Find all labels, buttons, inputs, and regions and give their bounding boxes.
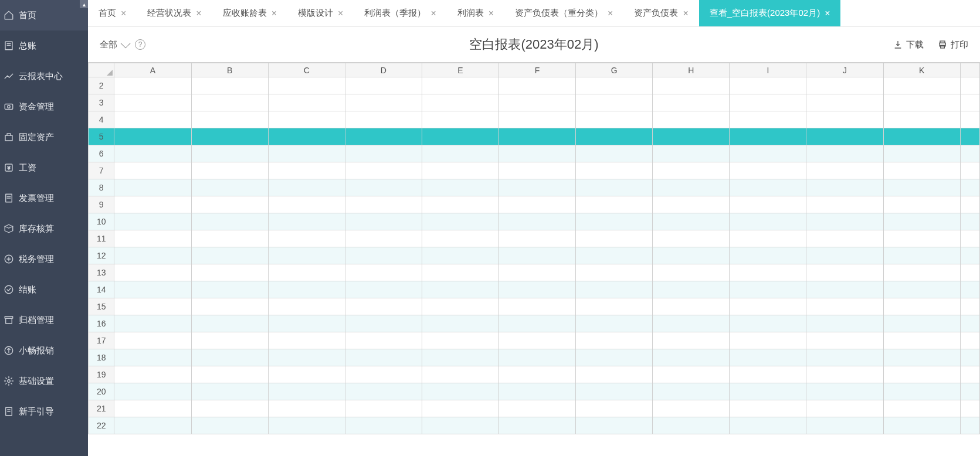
cell[interactable] <box>345 128 422 145</box>
cell[interactable] <box>806 162 883 179</box>
cell[interactable] <box>576 332 653 349</box>
cell[interactable] <box>806 145 883 162</box>
cell[interactable] <box>422 332 499 349</box>
cell[interactable] <box>960 128 979 145</box>
cell[interactable] <box>499 247 575 264</box>
column-header-A[interactable]: A <box>114 63 191 77</box>
cell[interactable] <box>960 383 979 400</box>
sidebar-item-home[interactable]: 首页 <box>0 0 88 30</box>
cell[interactable] <box>114 264 191 281</box>
cell[interactable] <box>191 298 268 315</box>
cell[interactable] <box>806 383 883 400</box>
tab-4[interactable]: 利润表（季报）× <box>354 0 446 26</box>
close-icon[interactable]: × <box>272 8 277 19</box>
cell[interactable] <box>883 315 960 332</box>
cell[interactable] <box>499 400 575 417</box>
cell[interactable] <box>114 349 191 366</box>
cell[interactable] <box>422 213 499 230</box>
cell[interactable] <box>422 230 499 247</box>
row-header-5[interactable]: 5 <box>89 128 114 145</box>
cell[interactable] <box>422 128 499 145</box>
cell[interactable] <box>806 366 883 383</box>
cell[interactable] <box>345 298 422 315</box>
cell[interactable] <box>345 94 422 111</box>
cell[interactable] <box>345 230 422 247</box>
cell[interactable] <box>730 145 806 162</box>
cell[interactable] <box>114 128 191 145</box>
cell[interactable] <box>345 281 422 298</box>
cell[interactable] <box>499 145 575 162</box>
cell[interactable] <box>883 332 960 349</box>
row-header-9[interactable]: 9 <box>89 196 114 213</box>
column-header-I[interactable]: I <box>730 63 806 77</box>
cell[interactable] <box>730 383 806 400</box>
cell[interactable] <box>730 315 806 332</box>
cell[interactable] <box>730 128 806 145</box>
cell[interactable] <box>576 230 653 247</box>
cell[interactable] <box>191 179 268 196</box>
cell[interactable] <box>499 196 575 213</box>
cell[interactable] <box>806 349 883 366</box>
sidebar-item-tax[interactable]: 税务管理 <box>0 244 88 274</box>
cell[interactable] <box>422 349 499 366</box>
close-icon[interactable]: × <box>683 8 688 19</box>
cell[interactable] <box>730 77 806 94</box>
cell[interactable] <box>191 128 268 145</box>
cell[interactable] <box>960 196 979 213</box>
cell[interactable] <box>114 315 191 332</box>
row-header-22[interactable]: 22 <box>89 417 114 434</box>
cell[interactable] <box>422 179 499 196</box>
cell[interactable] <box>499 162 575 179</box>
cell[interactable] <box>268 264 345 281</box>
cell[interactable] <box>191 213 268 230</box>
cell[interactable] <box>499 417 575 434</box>
row-header-3[interactable]: 3 <box>89 94 114 111</box>
cell[interactable] <box>883 213 960 230</box>
cell[interactable] <box>268 145 345 162</box>
tab-1[interactable]: 经营状况表× <box>137 0 212 26</box>
cell[interactable] <box>422 315 499 332</box>
column-header-K[interactable]: K <box>883 63 960 77</box>
cell[interactable] <box>191 332 268 349</box>
close-icon[interactable]: × <box>430 8 436 19</box>
column-header-J[interactable]: J <box>806 63 883 77</box>
cell[interactable] <box>576 298 653 315</box>
row-header-21[interactable]: 21 <box>89 400 114 417</box>
cell[interactable] <box>883 281 960 298</box>
sidebar-item-archive[interactable]: 归档管理 <box>0 305 88 335</box>
cell[interactable] <box>653 332 730 349</box>
column-header-D[interactable]: D <box>345 63 422 77</box>
cell[interactable] <box>960 111 979 128</box>
cell[interactable] <box>114 383 191 400</box>
sidebar-item-asset[interactable]: 固定资产 <box>0 122 88 152</box>
cell[interactable] <box>653 383 730 400</box>
cell[interactable] <box>653 298 730 315</box>
cell[interactable] <box>191 77 268 94</box>
cell[interactable] <box>576 94 653 111</box>
cell[interactable] <box>653 247 730 264</box>
cell[interactable] <box>960 400 979 417</box>
tab-8[interactable]: 查看_空白报表(2023年02月)× <box>699 0 841 26</box>
column-header-C[interactable]: C <box>268 63 345 77</box>
sidebar-scroll-up[interactable]: ▴ <box>80 0 88 8</box>
cell[interactable] <box>268 213 345 230</box>
cell[interactable] <box>191 281 268 298</box>
cell[interactable] <box>499 128 575 145</box>
cell[interactable] <box>883 179 960 196</box>
cell[interactable] <box>114 400 191 417</box>
cell[interactable] <box>960 213 979 230</box>
cell[interactable] <box>960 417 979 434</box>
row-header-12[interactable]: 12 <box>89 247 114 264</box>
sidebar-item-pay[interactable]: ¥工资 <box>0 152 88 183</box>
sidebar-item-settings[interactable]: 基础设置 <box>0 366 88 396</box>
cell[interactable] <box>114 77 191 94</box>
row-header-7[interactable]: 7 <box>89 162 114 179</box>
sidebar-item-stock[interactable]: 库存核算 <box>0 213 88 244</box>
cell[interactable] <box>653 400 730 417</box>
cell[interactable] <box>960 145 979 162</box>
tab-5[interactable]: 利润表× <box>447 0 504 26</box>
cell[interactable] <box>345 366 422 383</box>
cell[interactable] <box>422 298 499 315</box>
cell[interactable] <box>576 179 653 196</box>
column-header-E[interactable]: E <box>422 63 499 77</box>
